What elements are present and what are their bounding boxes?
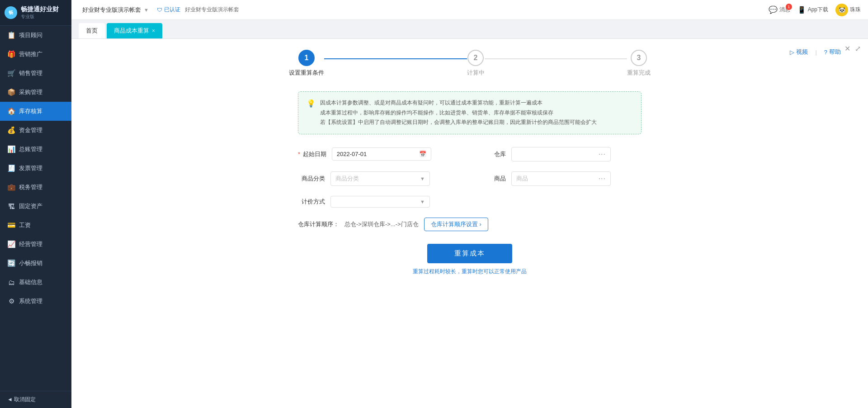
start-date-label: * 起始日期 <box>298 150 326 158</box>
sidebar-item-finance[interactable]: 💰 资金管理 <box>0 121 71 140</box>
info-icon: 💡 <box>307 99 316 128</box>
tax-icon: 💼 <box>7 183 15 191</box>
tabs-bar: 首页 商品成本重算 × <box>71 20 868 39</box>
sidebar-item-assets[interactable]: 🏗 固定资产 <box>0 197 71 216</box>
account-name: 好业财专业版演示帐套 <box>185 6 239 14</box>
app-edition: 专业版 <box>21 14 59 20</box>
tab-home-label: 首页 <box>86 27 98 35</box>
message-button[interactable]: 💬 消息 1 <box>769 5 790 14</box>
form-row-1: * 起始日期 2022-07-01 📅 仓库 ··· <box>298 147 642 161</box>
help-link[interactable]: ? 帮助 <box>824 48 841 56</box>
sidebar-item-salary[interactable]: 💳 工资 <box>0 216 71 235</box>
notification-count: 1 <box>786 4 792 10</box>
product-input[interactable]: 商品 ··· <box>511 171 611 186</box>
form-row-3: 计价方式 ▼ <box>298 196 642 208</box>
topbar: 好业财专业版演示帐套 ▼ 🛡 已认证 好业财专业版演示帐套 💬 消息 1 📱 A… <box>71 0 868 20</box>
sidebar-item-label: 小畅报销 <box>19 259 42 267</box>
step-2-label: 计算中 <box>467 69 485 77</box>
user-menu[interactable]: 🐼 珠珠 <box>835 4 861 16</box>
message-icon: 💬 <box>769 5 778 14</box>
price-method-field: 计价方式 ▼ <box>298 196 461 208</box>
invoice-icon: 🧾 <box>7 164 15 172</box>
sidebar-item-marketing[interactable]: 🎁 营销推广 <box>0 45 71 64</box>
sidebar-item-label: 发票管理 <box>19 164 42 172</box>
help-links: ▷ 视频 | ? 帮助 <box>790 48 841 56</box>
tab-active-label: 商品成本重算 <box>114 27 149 35</box>
sidebar-item-label: 资金管理 <box>19 126 42 134</box>
info-text: 因成本计算参数调整、或是对商品成本有疑问时，可以通过成本重算功能，重新计算一遍成… <box>320 98 597 128</box>
sidebar-item-sales[interactable]: 🛒 销售管理 <box>0 64 71 83</box>
recalc-hint: 重算过程耗时较长，重算时您可以正常使用产品 <box>298 268 642 275</box>
product-placeholder: 商品 <box>516 175 528 183</box>
product-label: 商品 <box>479 175 506 183</box>
warehouse-field: 仓库 ··· <box>479 147 642 161</box>
window-controls: ✕ ⤢ <box>844 44 861 53</box>
sidebar-item-system[interactable]: ⚙ 系统管理 <box>0 292 71 311</box>
avatar: 🐼 <box>835 4 848 16</box>
tab-cost-recalc[interactable]: 商品成本重算 × <box>107 23 162 38</box>
sidebar-item-accounting[interactable]: 📊 总账管理 <box>0 140 71 159</box>
expand-window-button[interactable]: ⤢ <box>855 44 861 53</box>
sidebar-item-label: 税务管理 <box>19 183 42 191</box>
sidebar-item-label: 营销推广 <box>19 50 42 58</box>
sidebar-item-label: 销售管理 <box>19 69 42 77</box>
sidebar-item-label: 项目顾问 <box>19 31 42 39</box>
help-label: 帮助 <box>829 48 841 56</box>
step-1: 1 设置重算条件 <box>289 50 324 77</box>
app-download-label: App下载 <box>808 6 828 14</box>
expense-icon: 🔄 <box>7 259 15 267</box>
calendar-icon[interactable]: 📅 <box>419 151 426 157</box>
accounting-icon: 📊 <box>7 145 15 153</box>
sidebar-header: 畅 畅捷通好业财 专业版 <box>0 0 71 26</box>
sidebar-unpin-button[interactable]: ◄ 取消固定 <box>0 391 71 408</box>
tab-close-icon[interactable]: × <box>152 28 155 34</box>
account-selector[interactable]: 好业财专业版演示帐套 ▼ <box>79 4 152 16</box>
category-label: 商品分类 <box>298 175 325 183</box>
tab-home[interactable]: 首页 <box>79 23 105 38</box>
price-method-input[interactable]: ▼ <box>330 196 430 208</box>
sidebar-item-purchase[interactable]: 📦 采购管理 <box>0 83 71 102</box>
category-input[interactable]: 商品分类 ▼ <box>330 171 430 186</box>
category-dropdown-icon[interactable]: ▼ <box>420 176 425 181</box>
stepper: 1 设置重算条件 2 计算中 3 重算完成 <box>289 50 651 77</box>
sidebar-item-label: 工资 <box>19 221 31 229</box>
warehouse-input[interactable]: ··· <box>511 147 611 161</box>
calc-order-btn-label: 仓库计算顺序设置 <box>431 220 478 228</box>
price-method-dropdown-icon[interactable]: ▼ <box>420 199 425 204</box>
start-date-input[interactable]: 2022-07-01 📅 <box>332 147 431 161</box>
video-link[interactable]: ▷ 视频 <box>790 48 808 56</box>
recalc-button[interactable]: 重算成本 <box>427 244 512 263</box>
phone-icon: 📱 <box>797 6 806 14</box>
sidebar-item-expense[interactable]: 🔄 小畅报销 <box>0 254 71 273</box>
account-selector-label: 好业财专业版演示帐套 <box>82 6 141 14</box>
dropdown-chevron-icon: ▼ <box>144 7 149 13</box>
close-window-button[interactable]: ✕ <box>844 44 850 53</box>
main-content: 好业财专业版演示帐套 ▼ 🛡 已认证 好业财专业版演示帐套 💬 消息 1 📱 A… <box>71 0 868 408</box>
app-download-button[interactable]: 📱 App下载 <box>797 6 828 14</box>
info-line-1: 因成本计算参数调整、或是对商品成本有疑问时，可以通过成本重算功能，重新计算一遍成… <box>320 98 597 108</box>
sidebar-item-ops[interactable]: 📈 经营管理 <box>0 235 71 254</box>
sidebar-item-project[interactable]: 📋 项目顾问 <box>0 26 71 45</box>
step-3-label: 重算完成 <box>627 69 651 77</box>
info-box: 💡 因成本计算参数调整、或是对商品成本有疑问时，可以通过成本重算功能，重新计算一… <box>298 91 642 134</box>
sidebar-item-inventory[interactable]: 🏠 库存核算 <box>0 102 71 121</box>
sidebar: 畅 畅捷通好业财 专业版 📋 项目顾问 🎁 营销推广 🛒 销售管理 📦 采购管理… <box>0 0 71 408</box>
product-more-button[interactable]: ··· <box>599 175 606 183</box>
app-name: 畅捷通好业财 <box>21 5 59 14</box>
sidebar-item-tax[interactable]: 💼 税务管理 <box>0 178 71 197</box>
help-icon: ? <box>824 49 827 56</box>
sidebar-item-invoice[interactable]: 🧾 发票管理 <box>0 159 71 178</box>
step-1-circle: 1 <box>298 50 315 66</box>
sidebar-item-label: 基础信息 <box>19 278 42 286</box>
calc-order-settings-button[interactable]: 仓库计算顺序设置 › <box>424 218 488 231</box>
step-2: 2 计算中 <box>467 50 485 77</box>
finance-icon: 💰 <box>7 126 15 134</box>
step-connector-1 <box>324 58 467 59</box>
page-content: ✕ ⤢ ▷ 视频 | ? 帮助 1 设置重算条件 <box>71 39 868 408</box>
category-placeholder: 商品分类 <box>335 175 359 183</box>
verified-text: 已认证 <box>164 6 180 14</box>
info-line-2: 成本重算过程中，影响库存账的操作均不能操作，比如进货单、销货单、库存单据不能审核… <box>320 108 597 118</box>
sidebar-item-label: 经营管理 <box>19 240 42 248</box>
warehouse-more-button[interactable]: ··· <box>599 150 606 158</box>
sidebar-item-basic[interactable]: 🗂 基础信息 <box>0 273 71 292</box>
